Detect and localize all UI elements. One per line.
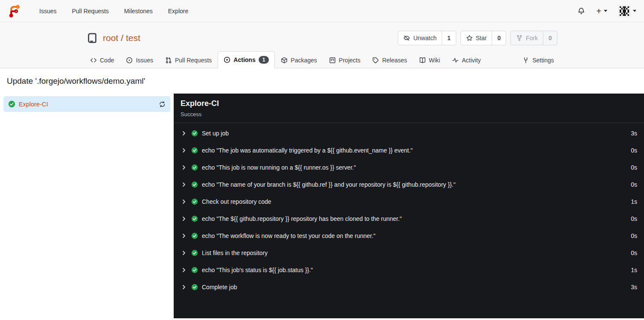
repo-owner-link[interactable]: root <box>103 33 118 43</box>
tab-label: Pull Requests <box>175 57 212 64</box>
tools-icon <box>522 57 529 64</box>
tab-label: Code <box>100 57 114 64</box>
step-row-echo-job-status[interactable]: echo "This job's status is ${{ job.statu… <box>174 261 644 279</box>
step-success-icon <box>191 250 198 256</box>
tab-projects[interactable]: Projects <box>323 52 367 68</box>
chevron-right-icon <box>181 198 187 205</box>
job-log-panel: Explore-CI Success Set up job 3s echo "T… <box>174 94 644 318</box>
step-row-echo-cloned[interactable]: echo "The ${{ github.repository }} repos… <box>174 210 644 227</box>
create-new-menu[interactable]: + <box>596 8 607 15</box>
tab-label: Projects <box>339 57 361 64</box>
step-label: echo "The workflow is now ready to test … <box>202 232 376 239</box>
unwatch-label: Unwatch <box>413 35 436 41</box>
chevron-right-icon <box>181 250 187 256</box>
step-success-icon <box>191 232 198 239</box>
star-button-group: Star 0 <box>460 31 506 45</box>
step-row-set-up-job[interactable]: Set up job 3s <box>174 125 644 142</box>
sync-icon <box>159 101 166 108</box>
fork-label: Fork <box>526 35 538 41</box>
notifications-button[interactable] <box>577 7 585 15</box>
step-label: echo "The job was automatically triggere… <box>202 147 413 154</box>
fork-button: Fork <box>511 31 543 45</box>
step-row-list-files[interactable]: List files in the repository 0s <box>174 244 644 261</box>
nav-item-explore[interactable]: Explore <box>162 4 194 18</box>
nav-item-issues[interactable]: Issues <box>33 4 62 18</box>
step-success-icon <box>191 267 198 273</box>
tab-label: Activity <box>462 57 481 64</box>
pulse-icon <box>452 57 459 64</box>
step-label: Check out repository code <box>202 198 271 205</box>
tab-settings[interactable]: Settings <box>516 52 560 68</box>
top-navbar: Issues Pull Requests Milestones Explore … <box>0 0 644 22</box>
forgejo-logo[interactable] <box>8 4 21 18</box>
jobs-sidebar: Explore-CI <box>0 94 174 318</box>
star-icon <box>466 35 473 41</box>
chevron-right-icon <box>181 130 187 137</box>
repo-journal-icon <box>87 32 98 44</box>
step-label: List files in the repository <box>202 250 268 256</box>
step-duration: 0s <box>631 232 637 239</box>
tab-issues[interactable]: Issues <box>120 52 159 68</box>
step-row-echo-workflow-ready[interactable]: echo "The workflow is now ready to test … <box>174 227 644 244</box>
tab-actions[interactable]: Actions 1 <box>218 51 275 68</box>
nav-item-milestones[interactable]: Milestones <box>118 4 159 18</box>
step-duration: 3s <box>631 284 637 291</box>
step-row-complete-job[interactable]: Complete job 3s <box>174 279 644 296</box>
step-duration: 0s <box>631 215 637 222</box>
job-panel-title: Explore-CI <box>181 99 637 108</box>
tab-releases[interactable]: Releases <box>366 52 413 68</box>
tag-icon <box>372 57 379 64</box>
job-steps-list: Set up job 3s echo "The job was automati… <box>174 123 644 296</box>
step-row-echo-triggered[interactable]: echo "The job was automatically triggere… <box>174 142 644 159</box>
tab-pull-requests[interactable]: Pull Requests <box>159 52 218 68</box>
actions-count-badge: 1 <box>259 56 269 64</box>
package-icon <box>281 57 288 64</box>
step-label: Complete job <box>202 284 237 291</box>
repo-header: root/test Unwatch 1 Star 0 <box>0 22 644 68</box>
plus-icon: + <box>596 8 601 15</box>
workflow-run-view: Explore-CI Explore-CI Success Set up job… <box>0 94 644 318</box>
step-row-checkout-code[interactable]: Check out repository code 1s <box>174 193 644 210</box>
chevron-right-icon <box>181 147 187 154</box>
breadcrumb-separator: / <box>121 33 123 43</box>
pull-request-icon <box>165 57 172 64</box>
rerun-job-button[interactable] <box>159 101 166 108</box>
book-open-icon <box>419 57 426 64</box>
tab-packages[interactable]: Packages <box>275 52 323 68</box>
step-row-echo-running-on[interactable]: echo "This job is now running on a ${{ r… <box>174 159 644 176</box>
fork-icon <box>516 35 523 41</box>
issue-opened-icon <box>126 57 133 64</box>
fork-button-group: Fork 0 <box>510 31 557 45</box>
chevron-right-icon <box>181 267 187 273</box>
step-duration: 3s <box>631 130 637 137</box>
unwatch-button[interactable]: Unwatch <box>398 31 441 45</box>
tab-activity[interactable]: Activity <box>446 52 487 68</box>
tab-label: Actions <box>233 56 255 63</box>
watchers-count[interactable]: 1 <box>442 31 456 45</box>
repo-tab-bar: Code Issues Pull Requests Actions 1 <box>0 51 644 68</box>
stars-count[interactable]: 0 <box>492 31 506 45</box>
job-status-text: Success <box>181 111 637 117</box>
navbar-right: + <box>577 5 636 17</box>
chevron-right-icon <box>181 164 187 171</box>
job-item-explore-ci[interactable]: Explore-CI <box>3 96 170 112</box>
forks-count: 0 <box>543 31 557 45</box>
workflow-run-title: Update '.forgejo/workflows/demo.yaml' <box>0 68 644 94</box>
step-success-icon <box>191 130 198 137</box>
repo-name-link[interactable]: test <box>126 33 140 43</box>
star-button[interactable]: Star <box>461 31 492 45</box>
step-label: Set up job <box>202 130 229 137</box>
code-icon <box>90 57 97 64</box>
step-duration: 0s <box>631 250 637 256</box>
step-row-echo-branch-name[interactable]: echo "The name of your branch is ${{ git… <box>174 176 644 193</box>
nav-item-pull-requests[interactable]: Pull Requests <box>66 4 114 18</box>
tab-code[interactable]: Code <box>84 52 120 68</box>
job-name: Explore-CI <box>19 101 48 108</box>
profile-menu[interactable] <box>618 5 636 17</box>
step-success-icon <box>191 181 198 188</box>
check-circle-icon <box>8 100 15 108</box>
caret-down-icon <box>633 10 636 12</box>
chevron-right-icon <box>181 232 187 239</box>
watch-button-group: Unwatch 1 <box>398 31 456 45</box>
tab-wiki[interactable]: Wiki <box>413 52 446 68</box>
